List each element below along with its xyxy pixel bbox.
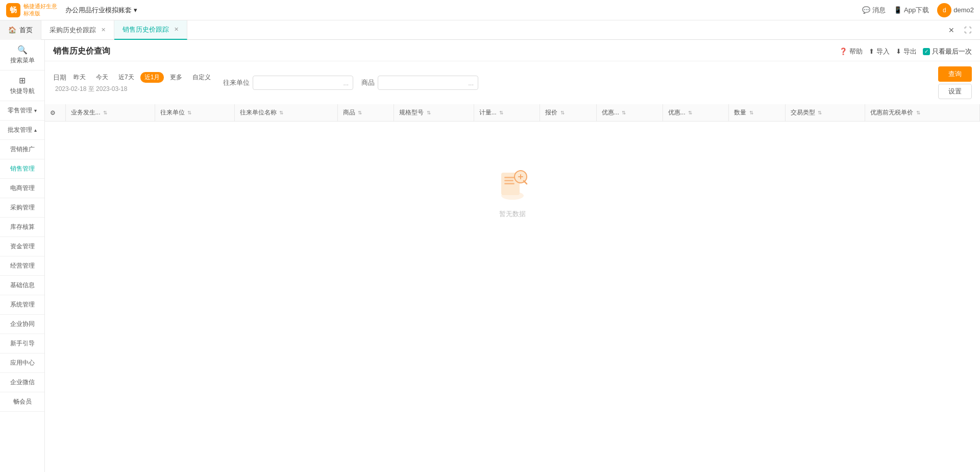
sidebar-item-marketing[interactable]: 营销推广 — [0, 140, 44, 159]
tab-actions: ✕ ⛶ — [945, 24, 980, 36]
col-partner-name[interactable]: 往来单位名称 ⇅ — [234, 104, 337, 122]
logo-area: 畅 畅捷通好生意 标准版 — [6, 3, 57, 17]
tab-purchase-history[interactable]: 采购历史价跟踪 ✕ — [41, 20, 114, 40]
col-goods[interactable]: 商品 ⇅ — [337, 104, 394, 122]
table-area: ⚙ 业务发生... ⇅ 往来单位 ⇅ 往来单位名称 — [45, 104, 980, 472]
message-icon: 💬 — [862, 6, 870, 14]
download-icon: 📱 — [894, 6, 902, 14]
sidebar: 🔍 搜索菜单 ⊞ 快捷导航 零售管理 ▾ 批发管理 ▴ 营销推广 销售管理 电商… — [0, 40, 45, 472]
main-layout: 🔍 搜索菜单 ⊞ 快捷导航 零售管理 ▾ 批发管理 ▴ 营销推广 销售管理 电商… — [0, 40, 980, 472]
query-button[interactable]: 查询 — [938, 66, 972, 82]
svg-rect-4 — [504, 183, 514, 184]
col-unit[interactable]: 计量... ⇅ — [474, 104, 540, 122]
user-menu[interactable]: d demo2 — [937, 3, 974, 17]
date-btn-more[interactable]: 更多 — [166, 72, 186, 83]
tab-sales-history[interactable]: 销售历史价跟踪 ✕ — [114, 20, 187, 40]
app-download-btn[interactable]: 📱 App下载 — [894, 6, 929, 15]
page-header-actions: ❓ 帮助 ⬆ 导入 ⬇ 导出 ✓ 只看最后一次 — [839, 47, 972, 56]
app-selector[interactable]: 办公用品行业模拟账套 ▾ — [61, 6, 141, 15]
maximize-btn[interactable]: ⛶ — [962, 24, 974, 36]
help-icon: ❓ — [839, 48, 847, 55]
sort-icon: ⇅ — [279, 110, 283, 115]
sidebar-item-beginner-guide[interactable]: 新手引导 — [0, 334, 44, 353]
topbar: 畅 畅捷通好生意 标准版 办公用品行业模拟账套 ▾ 💬 消息 📱 App下载 d… — [0, 0, 980, 20]
close-sales-tab-icon[interactable]: ✕ — [174, 26, 179, 33]
goods-text-input[interactable] — [382, 79, 468, 87]
col-spec[interactable]: 规格型号 ⇅ — [394, 104, 474, 122]
sidebar-item-ecommerce-mgmt[interactable]: 电商管理 — [0, 179, 44, 198]
col-settings[interactable]: ⚙ — [45, 104, 65, 122]
col-quote[interactable]: 报价 ⇅ — [540, 104, 597, 122]
date-btn-yesterday[interactable]: 昨天 — [69, 72, 90, 83]
partner-input[interactable]: ... — [253, 76, 353, 90]
message-btn[interactable]: 💬 消息 — [862, 6, 886, 15]
search-icon: 🔍 — [17, 45, 28, 55]
close-all-tabs-btn[interactable]: ✕ — [945, 24, 958, 36]
logo-text: 畅捷通好生意 标准版 — [23, 3, 57, 16]
page-title: 销售历史价查询 — [53, 46, 110, 57]
sidebar-item-wholesale-mgmt[interactable]: 批发管理 ▴ — [0, 121, 44, 140]
export-btn[interactable]: ⬇ 导出 — [896, 47, 917, 56]
empty-state: 暂无数据 — [45, 122, 980, 259]
settings-button[interactable]: 设置 — [938, 84, 972, 99]
date-btn-1month[interactable]: 近1月 — [140, 72, 164, 83]
sidebar-item-finance-mgmt[interactable]: 资金管理 — [0, 237, 44, 256]
sidebar-item-enterprise-wechat[interactable]: 企业微信 — [0, 373, 44, 392]
chevron-down-icon: ▾ — [134, 6, 137, 14]
help-btn[interactable]: ❓ 帮助 — [839, 47, 863, 56]
col-business-date[interactable]: 业务发生... ⇅ — [65, 104, 155, 122]
sidebar-item-inventory[interactable]: 库存核算 — [0, 218, 44, 237]
date-filter-row: 日期 昨天 今天 近7天 近1月 更多 自定义 — [53, 72, 215, 83]
close-purchase-tab-icon[interactable]: ✕ — [101, 27, 106, 33]
sort-icon: ⇅ — [622, 110, 626, 115]
sidebar-item-enterprise-collab[interactable]: 企业协同 — [0, 315, 44, 334]
sidebar-item-sales-mgmt[interactable]: 销售管理 — [0, 159, 44, 179]
goods-field: 商品 ... — [361, 76, 478, 90]
date-btn-today[interactable]: 今天 — [92, 72, 112, 83]
empty-icon — [492, 162, 533, 203]
sidebar-item-search-menu[interactable]: 🔍 搜索菜单 — [0, 40, 44, 70]
sidebar-item-retail-mgmt[interactable]: 零售管理 ▾ — [0, 101, 44, 121]
sidebar-item-basic-info[interactable]: 基础信息 — [0, 276, 44, 295]
sort-icon: ⇅ — [499, 110, 503, 115]
empty-text: 暂无数据 — [499, 209, 526, 219]
sidebar-item-member[interactable]: 畅会员 — [0, 392, 44, 412]
goods-picker-icon[interactable]: ... — [468, 79, 474, 87]
goods-input[interactable]: ... — [378, 76, 478, 90]
chevron-up-icon: ▴ — [34, 127, 37, 133]
sidebar-item-purchase-mgmt[interactable]: 采购管理 — [0, 198, 44, 218]
search-bar: 日期 昨天 今天 近7天 近1月 更多 自定义 2023-02-18 至 202… — [45, 61, 980, 104]
sort-icon: ⇅ — [749, 110, 753, 115]
sidebar-item-system-mgmt[interactable]: 系统管理 — [0, 295, 44, 315]
date-filter: 昨天 今天 近7天 近1月 更多 自定义 — [69, 72, 215, 83]
sort-icon: ⇅ — [916, 110, 920, 115]
export-icon: ⬇ — [896, 48, 901, 55]
sort-icon: ⇅ — [187, 110, 191, 115]
col-discount1[interactable]: 优惠... ⇅ — [597, 104, 663, 122]
sidebar-item-ops-mgmt[interactable]: 经营管理 — [0, 256, 44, 276]
sidebar-item-quick-nav[interactable]: ⊞ 快捷导航 — [0, 70, 44, 101]
import-icon: ⬆ — [869, 48, 874, 55]
home-icon: 🏠 — [8, 26, 16, 34]
import-btn[interactable]: ⬆ 导入 — [869, 47, 890, 56]
col-quantity[interactable]: 数量 ⇅ — [729, 104, 786, 122]
date-btn-custom[interactable]: 自定义 — [188, 72, 215, 83]
col-pre-tax-price[interactable]: 优惠前无税单价 ⇅ — [865, 104, 980, 122]
partner-picker-icon[interactable]: ... — [343, 79, 349, 87]
col-trade-type[interactable]: 交易类型 ⇅ — [786, 104, 865, 122]
gear-icon: ⚙ — [50, 109, 56, 116]
sidebar-item-app-center[interactable]: 应用中心 — [0, 353, 44, 373]
avatar: d — [937, 3, 951, 17]
sort-icon: ⇅ — [688, 110, 692, 115]
partner-text-input[interactable] — [257, 79, 343, 87]
col-partner-code[interactable]: 往来单位 ⇅ — [155, 104, 234, 122]
logo-icon: 畅 — [6, 3, 20, 17]
quick-nav-icon: ⊞ — [19, 76, 26, 85]
date-range-display: 2023-02-18 至 2023-03-18 — [53, 85, 215, 93]
only-last-checkbox[interactable]: ✓ 只看最后一次 — [923, 47, 972, 56]
data-table: ⚙ 业务发生... ⇅ 往来单位 ⇅ 往来单位名称 — [45, 104, 980, 122]
col-discount2[interactable]: 优惠... ⇅ — [663, 104, 729, 122]
svg-rect-3 — [504, 180, 513, 181]
date-btn-7days[interactable]: 近7天 — [114, 72, 138, 83]
tab-home[interactable]: 🏠 首页 — [0, 20, 41, 40]
